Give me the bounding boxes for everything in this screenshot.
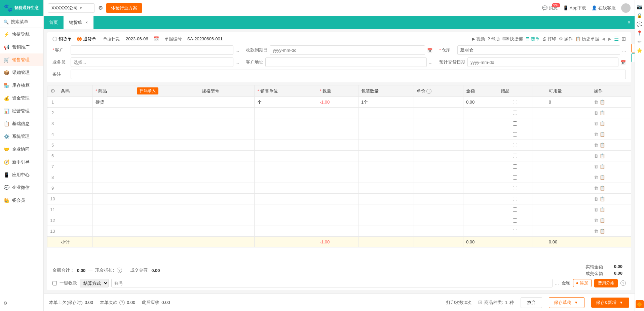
- price-info-icon[interactable]: i: [426, 89, 431, 94]
- copy-icon-1[interactable]: 📋: [600, 100, 605, 105]
- select-order-btn[interactable]: ☰ 选单: [526, 36, 539, 42]
- shortcut-btn[interactable]: ⌨ 快捷键: [502, 36, 523, 42]
- expected-date-icon[interactable]: 📅: [620, 60, 626, 65]
- payment-date-input[interactable]: [270, 45, 425, 55]
- delete-icon[interactable]: 🗑: [594, 175, 598, 180]
- right-tool-lock[interactable]: 🔒: [636, 11, 644, 20]
- right-tool-edit[interactable]: ✏: [636, 38, 644, 46]
- copy-icon[interactable]: 📋: [600, 164, 605, 169]
- right-tool-chat[interactable]: 💬: [636, 20, 644, 28]
- date-picker-icon[interactable]: 📅: [154, 36, 159, 41]
- gift-checkbox[interactable]: [513, 186, 517, 190]
- message-btn[interactable]: 💬 消息 99+: [542, 5, 558, 11]
- radio-sales-order[interactable]: 销货单: [52, 36, 72, 42]
- gift-checkbox[interactable]: [513, 154, 517, 158]
- print-btn[interactable]: 🖨 打印: [542, 36, 556, 42]
- copy-icon[interactable]: 📋: [600, 229, 605, 234]
- delete-icon-1[interactable]: 🗑: [594, 100, 598, 105]
- fee-help-icon[interactable]: ?: [620, 280, 626, 286]
- payment-date-icon[interactable]: 📅: [427, 48, 432, 53]
- sidebar-item-inventory[interactable]: 🏪 库存核算: [0, 79, 43, 92]
- cell-gift-1[interactable]: [498, 97, 532, 108]
- table-wrapper[interactable]: ⚙ 条码 * 商品 扫码录入 规格型号 *: [47, 85, 631, 261]
- gift-checkbox[interactable]: [513, 175, 517, 180]
- warehouse-dots[interactable]: ...: [622, 48, 626, 53]
- copy-icon[interactable]: 📋: [600, 175, 605, 180]
- cell-unit-1[interactable]: 个: [255, 97, 317, 108]
- tab-close-icon[interactable]: ×: [85, 20, 88, 25]
- sidebar-item-member[interactable]: 👑 畅会员: [0, 194, 43, 207]
- sidebar-item-operations[interactable]: 📊 经营管理: [0, 105, 43, 117]
- settings-icon[interactable]: ⚙: [98, 5, 103, 11]
- cell-spec-1[interactable]: [199, 97, 255, 108]
- copy-icon[interactable]: 📋: [600, 207, 605, 212]
- delete-icon[interactable]: 🗑: [594, 196, 598, 201]
- discount-help-icon[interactable]: ?: [117, 268, 122, 273]
- save-draft-btn[interactable]: 保存草稿 ▾: [549, 297, 584, 308]
- copy-icon[interactable]: 📋: [600, 143, 605, 148]
- addr-dots[interactable]: ...: [429, 60, 432, 65]
- gift-checkbox[interactable]: [513, 207, 517, 212]
- warehouse-input[interactable]: [457, 45, 620, 55]
- th-gear[interactable]: ⚙: [47, 85, 58, 97]
- trial-btn[interactable]: 体验行业方案: [106, 3, 142, 13]
- tabbar-close-btn[interactable]: ×: [623, 20, 635, 26]
- settlement-select[interactable]: 结算方式: [80, 279, 109, 287]
- sidebar-item-quick-nav[interactable]: ⚡ 快捷导航: [0, 28, 43, 41]
- tab-sales-order[interactable]: 销货单 ×: [64, 16, 93, 29]
- delete-icon[interactable]: 🗑: [594, 121, 598, 126]
- app-download-btn[interactable]: 📱 App下载: [563, 5, 586, 11]
- right-tool-orange[interactable]: 🔶: [636, 300, 644, 308]
- checkbox-product-type[interactable]: ☑: [478, 300, 482, 305]
- sidebar-settings-btn[interactable]: ⚙: [0, 298, 43, 308]
- fee-split-btn[interactable]: 费用分摊: [594, 279, 618, 287]
- customer-addr-input[interactable]: [265, 57, 427, 67]
- nav-prev-icon[interactable]: ◀: [602, 36, 605, 41]
- view-list-icon[interactable]: ☰: [614, 36, 619, 42]
- cell-barcode-1[interactable]: [58, 97, 93, 108]
- delete-icon[interactable]: 🗑: [594, 132, 598, 137]
- company-selector[interactable]: XXXXXX公司 ▾: [48, 3, 95, 13]
- gift-checkbox[interactable]: [513, 111, 517, 115]
- copy-icon[interactable]: 📋: [600, 132, 605, 137]
- sidebar-item-enterprise[interactable]: 🤝 企业协同: [0, 143, 43, 156]
- help-btn[interactable]: ? 帮助: [488, 36, 500, 42]
- delete-icon[interactable]: 🗑: [594, 186, 598, 191]
- account-dots[interactable]: ...: [555, 281, 559, 286]
- online-service-btn[interactable]: 👤 在线客服: [592, 5, 616, 11]
- video-btn[interactable]: ▶ 视频: [472, 36, 485, 42]
- delete-icon[interactable]: 🗑: [594, 218, 598, 223]
- copy-icon[interactable]: 📋: [600, 121, 605, 126]
- user-avatar[interactable]: [621, 3, 631, 13]
- operations-btn[interactable]: ⚙ 操作: [559, 36, 573, 42]
- logistics-btn[interactable]: + 物流: [631, 53, 635, 62]
- save-draft-chevron[interactable]: ▾: [573, 300, 579, 305]
- save-new-btn[interactable]: 保存&新增 ▾: [591, 298, 629, 308]
- save-new-chevron[interactable]: ▾: [618, 300, 624, 305]
- tab-home[interactable]: 首页: [44, 16, 64, 29]
- add-fee-btn[interactable]: ● 添加: [573, 279, 592, 287]
- sidebar-item-purchase[interactable]: 📦 采购管理: [0, 66, 43, 79]
- sidebar-item-wechat[interactable]: 💬 企业微信: [0, 181, 43, 194]
- view-grid-icon[interactable]: ⊞: [621, 36, 626, 42]
- one-click-pay-checkbox[interactable]: [52, 281, 57, 285]
- copy-icon[interactable]: 📋: [600, 186, 605, 191]
- sidebar-item-marketing[interactable]: 📢 营销推广: [0, 41, 43, 53]
- radio-return-order[interactable]: 退货单: [77, 36, 96, 42]
- customer-dots[interactable]: ...: [235, 48, 239, 53]
- gift-checkbox[interactable]: [513, 143, 517, 147]
- delete-icon[interactable]: 🗑: [594, 153, 598, 158]
- sidebar-search[interactable]: 🔍 搜索菜单: [0, 16, 43, 28]
- remarks-input[interactable]: [71, 70, 626, 79]
- gift-checkbox[interactable]: [513, 229, 517, 233]
- gift-checkbox[interactable]: [513, 218, 517, 223]
- settings-btn[interactable]: ⚙ 设置: [631, 44, 635, 52]
- right-tool-pin[interactable]: 📍: [636, 29, 644, 37]
- scan-btn[interactable]: 扫码录入: [137, 87, 158, 94]
- right-tool-camera[interactable]: 📷: [636, 3, 644, 11]
- sidebar-item-system[interactable]: ⚙️ 系统管理: [0, 130, 43, 143]
- account-input[interactable]: [111, 279, 553, 287]
- gift-checkbox[interactable]: [513, 164, 517, 169]
- overdue-help-icon[interactable]: ?: [119, 300, 125, 305]
- cell-pkg-1[interactable]: 1个: [358, 97, 414, 108]
